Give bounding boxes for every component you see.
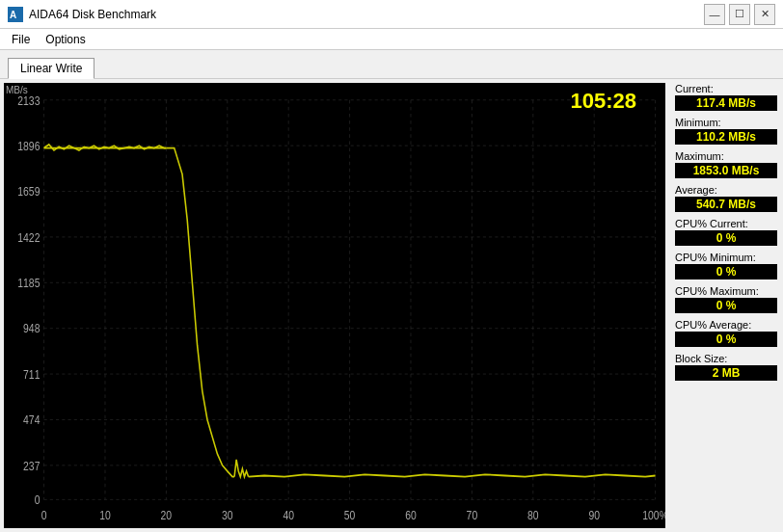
block-size-value: 2 MB — [675, 365, 777, 381]
cpu-current-label: CPU% Current: — [675, 218, 777, 229]
svg-text:1896: 1896 — [17, 140, 40, 152]
tab-linear-write[interactable]: Linear Write — [8, 58, 94, 79]
tab-bar: Linear Write — [0, 50, 783, 79]
cpu-average-value: 0 % — [675, 332, 777, 347]
minimize-button[interactable]: — — [704, 4, 725, 25]
main-content: MB/s 105:28 — [0, 79, 783, 532]
cpu-minimum-value: 0 % — [675, 264, 777, 279]
svg-text:A: A — [10, 10, 16, 20]
benchmark-chart: 2133 1896 1659 1422 1185 948 711 474 237… — [4, 83, 665, 528]
stat-current: Current: 117.4 MB/s — [675, 83, 777, 111]
average-value: 540.7 MB/s — [675, 197, 777, 212]
maximize-button[interactable]: ☐ — [729, 4, 750, 25]
stat-cpu-current: CPU% Current: 0 % — [675, 218, 777, 246]
svg-text:50: 50 — [344, 509, 356, 521]
maximum-value: 1853.0 MB/s — [675, 163, 777, 178]
svg-text:10: 10 — [99, 509, 111, 521]
svg-text:474: 474 — [23, 414, 40, 427]
stat-average: Average: 540.7 MB/s — [675, 184, 777, 212]
svg-text:80: 80 — [527, 509, 539, 521]
stat-cpu-minimum: CPU% Minimum: 0 % — [675, 252, 777, 279]
menu-file[interactable]: File — [4, 31, 38, 48]
block-size-label: Block Size: — [675, 353, 777, 364]
svg-text:70: 70 — [467, 509, 478, 521]
current-label: Current: — [675, 83, 777, 94]
minimum-value: 110.2 MB/s — [675, 129, 777, 145]
svg-text:2133: 2133 — [17, 94, 40, 107]
chart-container: MB/s 105:28 — [4, 83, 665, 528]
svg-text:1659: 1659 — [17, 186, 40, 199]
cpu-average-label: CPU% Average: — [675, 319, 777, 331]
svg-text:30: 30 — [222, 509, 233, 521]
cpu-minimum-label: CPU% Minimum: — [675, 252, 777, 263]
timer-display: 105:28 — [570, 89, 636, 114]
menu-bar: File Options — [0, 29, 783, 50]
window-title: AIDA64 Disk Benchmark — [29, 8, 156, 21]
menu-options[interactable]: Options — [38, 31, 93, 48]
maximum-label: Maximum: — [675, 150, 777, 162]
svg-text:40: 40 — [283, 509, 294, 521]
cpu-maximum-value: 0 % — [675, 298, 777, 313]
svg-text:711: 711 — [23, 368, 40, 381]
window-controls: — ☐ ✕ — [704, 4, 775, 25]
svg-text:237: 237 — [23, 460, 40, 472]
stat-minimum: Minimum: 110.2 MB/s — [675, 117, 777, 145]
chart-y-axis-label: MB/s — [6, 85, 28, 95]
minimum-label: Minimum: — [675, 117, 777, 128]
svg-text:1422: 1422 — [17, 231, 40, 244]
average-label: Average: — [675, 184, 777, 196]
cpu-maximum-label: CPU% Maximum: — [675, 285, 777, 297]
svg-text:100%: 100% — [642, 509, 665, 521]
cpu-current-value: 0 % — [675, 230, 777, 246]
stat-cpu-average: CPU% Average: 0 % — [675, 319, 777, 347]
stat-cpu-maximum: CPU% Maximum: 0 % — [675, 285, 777, 313]
right-panel: Current: 117.4 MB/s Minimum: 110.2 MB/s … — [669, 79, 783, 532]
close-button[interactable]: ✕ — [754, 4, 775, 25]
title-bar-left: A AIDA64 Disk Benchmark — [8, 7, 156, 22]
svg-text:20: 20 — [161, 509, 173, 521]
svg-text:0: 0 — [35, 493, 40, 506]
svg-text:0: 0 — [41, 509, 47, 521]
svg-text:90: 90 — [588, 509, 600, 521]
svg-text:948: 948 — [23, 323, 40, 335]
app-icon: A — [8, 7, 23, 22]
stat-block-size: Block Size: 2 MB — [675, 353, 777, 381]
svg-text:60: 60 — [405, 509, 417, 521]
svg-rect-2 — [4, 83, 665, 528]
current-value: 117.4 MB/s — [675, 95, 777, 111]
stat-maximum: Maximum: 1853.0 MB/s — [675, 150, 777, 178]
title-bar: A AIDA64 Disk Benchmark — ☐ ✕ — [0, 0, 783, 29]
svg-text:1185: 1185 — [17, 277, 40, 289]
